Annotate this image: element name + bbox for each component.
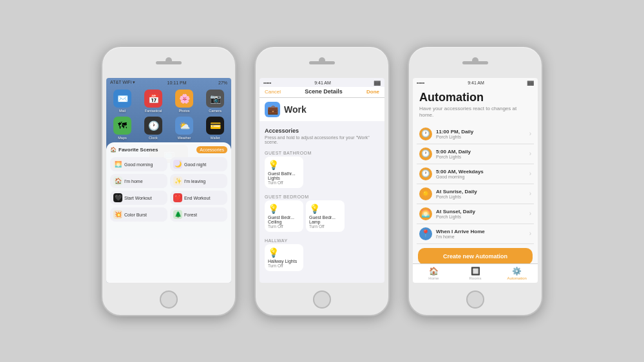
nav-title-2: Scene Details xyxy=(305,88,343,95)
notification-panel: 🏠 Favorite Scenes Accessories 🌅 Good mor… xyxy=(106,142,231,283)
section-guest-bedroom: GUEST BEDROOM xyxy=(260,192,384,200)
automation-item-1[interactable]: 🕐 11:00 PM, Daily Porch Lights › xyxy=(417,124,534,144)
app-fantastical[interactable]: 📅 Fantastical xyxy=(140,90,167,113)
app-maps[interactable]: 🗺 Maps xyxy=(109,117,136,140)
auto-place-1: Porch Lights xyxy=(436,135,526,139)
time-3: 9:41 AM xyxy=(468,81,484,85)
app-camera[interactable]: 📷 Camera xyxy=(202,90,229,113)
tab-automation[interactable]: ⚙️ Automation xyxy=(496,267,538,280)
tab-home[interactable]: 🏠 Home xyxy=(413,267,455,280)
bedroom-lamp-name: Guest Bedr... Lamp xyxy=(309,215,341,224)
tab-automation-label: Automation xyxy=(507,276,527,280)
hallway-lights[interactable]: 💡 Hallway Lights Turn Off xyxy=(265,244,303,271)
auto-content-6: When I Arrive Home I'm home xyxy=(436,229,526,239)
guest-bathroom-lights[interactable]: 💡 Guest Bathr... Lights Turn Off xyxy=(265,157,303,188)
good-morning-label: Good morning xyxy=(124,162,153,167)
scene-good-night[interactable]: 🌙 Good night xyxy=(170,157,227,171)
auto-content-3: 5:00 AM, Weekdays Good morning xyxy=(436,169,526,179)
guest-bedroom-lamp[interactable]: 💡 Guest Bedr... Lamp Turn Off xyxy=(306,200,345,232)
done-button[interactable]: Done xyxy=(366,89,379,95)
maps-icon: 🗺 xyxy=(113,117,131,135)
auto-content-4: At Sunrise, Daily Porch Lights xyxy=(436,189,526,199)
tab-rooms[interactable]: 🔲 Rooms xyxy=(455,267,497,280)
good-night-icon: 🌙 xyxy=(173,160,182,169)
auto-time-3: 5:00 AM, Weekdays xyxy=(436,169,526,175)
chevron-1: › xyxy=(529,130,531,137)
tab-rooms-icon: 🔲 xyxy=(471,267,480,276)
hallway-row: 💡 Hallway Lights Turn Off xyxy=(260,244,384,275)
im-leaving-label: I'm leaving xyxy=(184,179,205,184)
bedroom-ceiling-name: Guest Bedr... Ceiling xyxy=(268,215,300,224)
guest-bedroom-row: 💡 Guest Bedr... Ceiling Turn Off 💡 Guest… xyxy=(260,200,384,236)
carrier-1: AT&T WiFi ▾ xyxy=(110,80,135,85)
automation-item-4[interactable]: ☀️ At Sunrise, Daily Porch Lights › xyxy=(417,184,534,204)
scene-im-home[interactable]: 🏠 I'm home xyxy=(110,174,167,188)
auto-content-1: 11:00 PM, Daily Porch Lights xyxy=(436,129,526,139)
weather-icon: ⛅ xyxy=(175,117,193,135)
bath-light-name: Guest Bathr... Lights xyxy=(268,171,300,180)
chevron-2: › xyxy=(529,150,531,157)
app-mail[interactable]: ✉️ Mail xyxy=(109,90,136,113)
automation-item-3[interactable]: 🕐 5:00 AM, Weekdays Good morning › xyxy=(417,164,534,184)
screen-3: ••••• 9:41 AM ▓▓ Automation Have your ac… xyxy=(413,78,538,283)
accessories-button[interactable]: Accessories xyxy=(196,146,227,153)
chevron-5: › xyxy=(529,210,531,217)
automation-item-2[interactable]: 🕐 5:00 AM, Daily Porch Lights › xyxy=(417,144,534,164)
good-morning-icon: 🌅 xyxy=(113,160,122,169)
good-night-label: Good night xyxy=(184,162,206,167)
automation-subtitle: Have your accessories react to changes a… xyxy=(413,106,538,124)
start-workout-icon: 🖤 xyxy=(113,193,122,202)
automation-item-5[interactable]: 🌅 At Sunset, Daily Porch Lights › xyxy=(417,204,534,224)
chevron-3: › xyxy=(529,170,531,177)
chevron-6: › xyxy=(529,230,531,237)
forest-icon: 🌲 xyxy=(173,210,182,219)
photos-icon: 🌸 xyxy=(175,90,193,108)
panel-title: 🏠 Favorite Scenes xyxy=(110,147,158,153)
app-wallet[interactable]: 💳 Wallet xyxy=(202,117,229,140)
photos-label: Photos xyxy=(178,109,189,113)
app-grid-1: ✉️ Mail 📅 Fantastical 🌸 Photos 📷 Camera … xyxy=(106,87,231,142)
app-weather[interactable]: ⛅ Weather xyxy=(171,117,198,140)
auto-time-5: At Sunset, Daily xyxy=(436,209,526,214)
auto-place-4: Porch Lights xyxy=(436,195,526,199)
camera-icon: 📷 xyxy=(206,90,224,108)
scene-forest[interactable]: 🌲 Forest xyxy=(170,207,227,222)
auto-icon-4: ☀️ xyxy=(419,187,432,200)
automation-item-6[interactable]: 📍 When I Arrive Home I'm home › xyxy=(417,224,534,244)
home-button-1[interactable] xyxy=(160,291,178,309)
tab-home-label: Home xyxy=(428,276,439,280)
create-automation-button[interactable]: Create new Automation xyxy=(418,248,533,265)
hallway-light-icon: 💡 xyxy=(268,247,300,258)
color-burst-label: Color Burst xyxy=(124,213,147,217)
scene-work-icon: 💼 xyxy=(265,102,280,117)
auto-content-5: At Sunset, Daily Porch Lights xyxy=(436,209,526,219)
tab-rooms-label: Rooms xyxy=(469,276,482,280)
home-button-2[interactable] xyxy=(313,291,331,309)
tab-bar-3: 🏠 Home 🔲 Rooms ⚙️ Automation xyxy=(413,263,538,283)
auto-time-2: 5:00 AM, Daily xyxy=(436,149,526,155)
scene-good-morning[interactable]: 🌅 Good morning xyxy=(110,157,167,171)
favorite-scenes-label: Favorite Scenes xyxy=(118,147,158,153)
scene-start-workout[interactable]: 🖤 Start Workout xyxy=(110,191,167,205)
scene-color-burst[interactable]: 💥 Color Burst xyxy=(110,207,167,222)
scene-grid: 🌅 Good morning 🌙 Good night 🏠 I'm home ✨… xyxy=(110,157,227,222)
bedroom-ceiling-state: Turn Off xyxy=(268,224,300,229)
im-leaving-icon: ✨ xyxy=(173,176,182,186)
auto-icon-3: 🕐 xyxy=(419,167,432,180)
scene-im-leaving[interactable]: ✨ I'm leaving xyxy=(170,174,227,188)
clock-label: Clock xyxy=(149,136,158,140)
app-photos[interactable]: 🌸 Photos xyxy=(171,90,198,113)
camera-label: Camera xyxy=(209,109,222,113)
bedroom-lamp-icon: 💡 xyxy=(309,204,341,214)
scene-end-workout[interactable]: ❤️ End Workout xyxy=(170,191,227,205)
cancel-button[interactable]: Cancel xyxy=(265,89,281,95)
speaker-2 xyxy=(309,61,335,64)
screen-2: ••••• 9:41 AM ▓▓ Cancel Scene Details Do… xyxy=(260,78,384,283)
im-home-label: I'm home xyxy=(124,179,143,184)
automation-title: Automation xyxy=(413,87,538,106)
home-button-3[interactable] xyxy=(466,291,484,309)
status-bar-2: ••••• 9:41 AM ▓▓ xyxy=(260,78,384,87)
nav-bar-2: Cancel Scene Details Done xyxy=(260,87,384,98)
app-clock[interactable]: 🕐 Clock xyxy=(140,117,167,140)
guest-bedroom-ceiling[interactable]: 💡 Guest Bedr... Ceiling Turn Off xyxy=(265,200,303,232)
